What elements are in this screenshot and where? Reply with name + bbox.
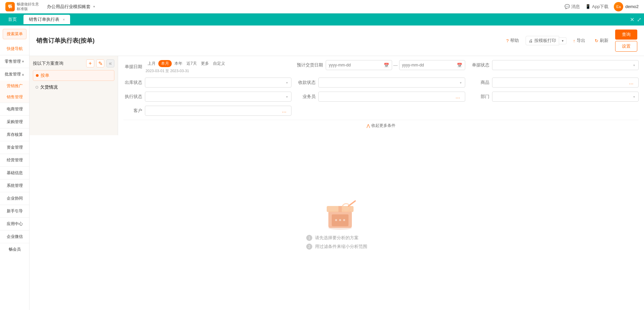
date-quick-custom[interactable]: 自定义 (212, 60, 226, 67)
goods-input-field[interactable] (496, 80, 628, 85)
sidebar-item-wechat[interactable]: 企业微信 (0, 230, 29, 243)
customer-label: 客户 (123, 108, 142, 114)
logo-text: 畅捷做好生意 标准版 (17, 2, 39, 11)
print-dropdown-button[interactable]: ▾ (559, 37, 567, 44)
print-button[interactable]: 🖨 按模板打印 (526, 36, 559, 45)
expected-date-start[interactable]: 📅 (326, 60, 392, 70)
filter-row-3: 执行状态 ▾ 业务员 … (123, 92, 639, 102)
sidebar-section-inventory: 库存核算 (0, 128, 29, 141)
export-button[interactable]: ↑ 导出 (571, 36, 588, 45)
date-quick-7days[interactable]: 近7天 (185, 60, 198, 67)
delivery-arrow-icon: ▾ (286, 81, 288, 85)
quick-nav-button[interactable]: 快捷导航 (3, 45, 26, 53)
date-quick-more[interactable]: 更多 (200, 60, 210, 67)
expected-date-start-input[interactable] (329, 63, 356, 67)
sidebar-section-basic: 基础信息 (0, 166, 29, 179)
filter-scheme-active-item[interactable]: 按单 (33, 70, 114, 81)
sidebar-quick-nav: 快捷导航 (0, 43, 29, 55)
salesman-label: 业务员 (297, 94, 316, 100)
export-icon: ↑ (573, 38, 576, 43)
top-bar-left: 畅 畅捷做好生意 标准版 办公用品行业模拟账套 ▾ (5, 2, 95, 11)
dept-select[interactable]: ▾ (492, 92, 639, 102)
message-button[interactable]: 💬 消息 (565, 4, 580, 10)
sidebar-sub-wholesale: 营销推广 销售管理 (0, 81, 29, 103)
filter-field-doc-status: 单据状态 ▾ (471, 60, 639, 70)
date-quick-this-year[interactable]: 本年 (173, 60, 184, 67)
sidebar-section-member: 畅会员 (0, 243, 29, 256)
sidebar-item-system[interactable]: 系统管理 (0, 179, 29, 192)
goods-label: 商品 (471, 80, 489, 86)
goods-picker-icon[interactable]: … (628, 80, 635, 85)
payment-status-select[interactable]: ▾ (318, 78, 465, 88)
filter-edit-button[interactable]: ✎ (96, 59, 104, 67)
sidebar-item-retail[interactable]: 零售管理 ▼ (0, 55, 29, 68)
sidebar-item-finance[interactable]: 资金管理 (0, 141, 29, 154)
salesman-input-field[interactable] (322, 94, 454, 99)
collapse-bar[interactable]: ⋀ 收起更多条件 (123, 120, 639, 131)
help-button[interactable]: ? 帮助 (503, 36, 521, 45)
avatar: Ea (614, 2, 623, 11)
expected-date-end-input[interactable] (402, 63, 429, 67)
goods-input[interactable]: … (492, 78, 639, 88)
filter-add-button[interactable]: + (86, 59, 94, 67)
window-maximize-icon[interactable]: ⤢ (637, 16, 641, 23)
scheme-active-dot (36, 74, 39, 77)
app-download-icon: 📱 (585, 4, 591, 9)
delivery-status-select[interactable]: ▾ (145, 78, 291, 88)
tab-home[interactable]: 首页 (3, 15, 22, 24)
customer-input[interactable]: … (145, 106, 291, 116)
sidebar-item-basic[interactable]: 基础信息 (0, 167, 29, 179)
filter-collapse-button[interactable]: « (106, 59, 114, 67)
filter-fields: 单据日期 上月 本月 本年 近7天 更多 自定义 (118, 56, 644, 135)
main-layout: 搜索菜单 快捷导航 零售管理 ▼ 批发管理 ▲ 营销推广 销售管理 (0, 25, 644, 310)
page-actions: ? 帮助 🖨 按模板打印 ▾ ↑ 导出 ↻ 刷新 (503, 30, 637, 52)
sidebar-item-sales-mgmt[interactable]: 销售管理 (0, 92, 29, 103)
tab-close-icon[interactable]: × (63, 17, 65, 21)
customer-input-field[interactable] (149, 108, 280, 113)
logo-area: 畅 畅捷做好生意 标准版 (5, 2, 39, 11)
sidebar-section-app-center: 应用中心 (0, 217, 29, 230)
wholesale-arrow-icon: ▲ (21, 72, 25, 76)
query-button[interactable]: 查询 (615, 30, 637, 40)
tab-sales-order[interactable]: 销售订单执行表 × (23, 15, 70, 24)
sidebar-section-purchase: 采购管理 (0, 115, 29, 128)
app-download-button[interactable]: 📱 App下载 (585, 4, 608, 10)
sidebar-item-marketing[interactable]: 营销推广 (0, 81, 29, 92)
search-menu-button[interactable]: 搜索菜单 (3, 29, 26, 39)
payment-status-label: 收款状态 (297, 80, 316, 86)
customer-picker-icon[interactable]: … (280, 108, 288, 113)
date-quick-this-month[interactable]: 本月 (158, 60, 172, 67)
exec-status-select[interactable]: ▾ (145, 92, 291, 102)
sidebar-item-app-center[interactable]: 应用中心 (0, 218, 29, 230)
sidebar-item-operations[interactable]: 经营管理 (0, 154, 29, 166)
filter-field-expected-date: 预计交货日期 📅 — 📅 (297, 60, 465, 70)
refresh-button[interactable]: ↻ 刷新 (592, 36, 611, 45)
filter-row-2: 出库状态 ▾ 收款状态 ▾ (123, 78, 639, 88)
filter-field-goods: 商品 … (471, 78, 639, 88)
empty-svg (320, 196, 360, 233)
empty-state: 1 请先选择要分析的方案 2 用过滤条件来缩小分析范围 (306, 196, 367, 250)
salesman-picker-icon[interactable]: … (454, 94, 462, 99)
app-title-dropdown-icon[interactable]: ▾ (93, 5, 95, 8)
filter-scheme-sub-item[interactable]: 欠货情况 (33, 82, 114, 92)
sidebar-item-purchase[interactable]: 采购管理 (0, 116, 29, 128)
sidebar-item-wholesale[interactable]: 批发管理 ▲ (0, 68, 29, 81)
scheme-sub-dot (36, 86, 38, 89)
sidebar-item-newbie[interactable]: 新手引导 (0, 205, 29, 217)
doc-status-select[interactable]: ▾ (492, 60, 639, 70)
sidebar-item-enterprise[interactable]: 企业协同 (0, 192, 29, 205)
sidebar-item-member[interactable]: 畅会员 (0, 243, 29, 256)
sidebar-item-inventory[interactable]: 库存核算 (0, 128, 29, 141)
sidebar-item-ecommerce[interactable]: 电商管理 (0, 103, 29, 115)
window-close-icon[interactable]: ✕ (630, 16, 634, 23)
filter-field-customer: 客户 … (123, 106, 291, 116)
date-quick-last-month[interactable]: 上月 (146, 60, 157, 67)
expected-date-end[interactable]: 📅 (399, 60, 465, 70)
salesman-input[interactable]: … (318, 92, 465, 102)
settings-button[interactable]: 设置 (615, 41, 637, 52)
date-quick-buttons: 上月 本月 本年 近7天 更多 自定义 (145, 60, 291, 67)
app-title: 办公用品行业模拟账套 (47, 4, 91, 10)
user-area[interactable]: Ea demo2 (614, 2, 639, 11)
message-icon: 💬 (565, 4, 570, 9)
dept-label: 部门 (471, 94, 489, 100)
